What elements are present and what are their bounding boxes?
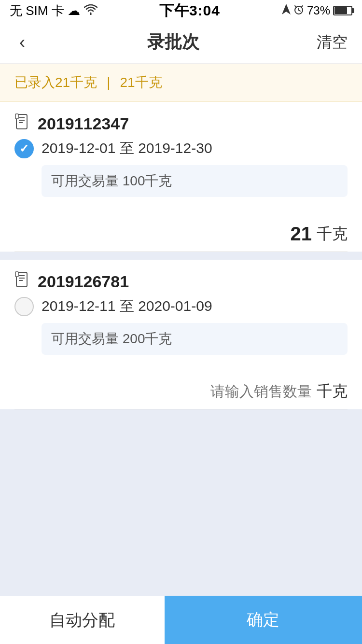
- clear-button[interactable]: 清空: [317, 32, 348, 53]
- status-bar: 无 SIM 卡 ☁ 下午3:04 73%: [0, 0, 362, 21]
- batch1-quantity-unit: 千克: [317, 224, 348, 245]
- svg-line-4: [295, 6, 296, 7]
- batch2-quantity-input[interactable]: [167, 383, 312, 400]
- batch2-available: 可用交易量 200千克: [42, 323, 348, 355]
- battery-percent: 73%: [307, 4, 330, 17]
- auto-distribute-button[interactable]: 自动分配: [0, 596, 165, 644]
- gray-area: [0, 409, 362, 612]
- location-icon: [282, 4, 291, 17]
- batch1-date-row[interactable]: 2019-12-01 至 2019-12-30: [14, 139, 348, 158]
- batch2-unit: 千克: [317, 381, 348, 402]
- nav-bar: ‹ 录批次 清空: [0, 21, 362, 64]
- batch2-input-row[interactable]: 千克: [0, 371, 362, 409]
- confirm-button[interactable]: 确定: [165, 596, 362, 644]
- batch1-available: 可用交易量 100千克: [42, 165, 348, 197]
- batch2-id: 2019126781: [38, 272, 129, 291]
- svg-rect-10: [15, 114, 18, 119]
- svg-rect-15: [15, 272, 18, 277]
- batch2-header: 2019126781: [14, 271, 348, 292]
- batch2-date-row[interactable]: 2019-12-11 至 2020-01-09: [14, 296, 348, 316]
- batch-item-1: 2019112347 2019-12-01 至 2019-12-30 可用交易量…: [0, 102, 362, 213]
- batch1-quantity-value: 21: [283, 223, 312, 245]
- svg-line-3: [299, 10, 300, 11]
- back-button[interactable]: ‹: [14, 28, 30, 57]
- wifi-icon: [84, 3, 97, 18]
- batch1-radio[interactable]: [14, 139, 34, 158]
- total-amount: 21千克: [120, 73, 162, 92]
- batch1-header: 2019112347: [14, 113, 348, 134]
- svg-line-5: [301, 6, 303, 7]
- bottom-bar: 自动分配 确定: [0, 596, 362, 644]
- alarm-icon: [293, 4, 304, 17]
- batch1-date: 2019-12-01 至 2019-12-30: [42, 139, 212, 158]
- batch2-date: 2019-12-11 至 2020-01-09: [42, 296, 212, 316]
- status-right: 73%: [282, 4, 352, 17]
- batch2-icon: [14, 271, 31, 292]
- batch1-id: 2019112347: [38, 114, 129, 133]
- info-divider: |: [107, 75, 110, 90]
- section-divider: [0, 252, 362, 260]
- recorded-amount: 已录入21千克: [14, 73, 97, 92]
- batch1-quantity-row: 21 千克: [0, 213, 362, 252]
- batch1-icon: [14, 113, 31, 134]
- batch-item-2: 2019126781 2019-12-11 至 2020-01-09 可用交易量…: [0, 260, 362, 371]
- no-sim-text: 无 SIM 卡 ☁: [10, 2, 80, 19]
- battery-icon: [333, 6, 352, 15]
- svg-marker-0: [282, 4, 291, 14]
- batch2-radio[interactable]: [14, 297, 34, 316]
- status-left: 无 SIM 卡 ☁: [10, 2, 97, 19]
- page-title: 录批次: [147, 30, 199, 54]
- info-banner: 已录入21千克 | 21千克: [0, 64, 362, 102]
- status-time: 下午3:04: [159, 1, 220, 21]
